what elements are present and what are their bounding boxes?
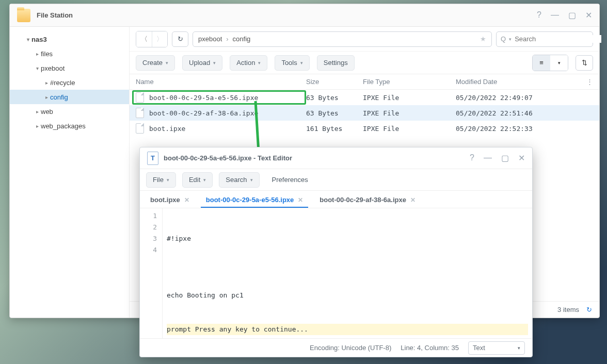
chevron-down-icon[interactable]: ▾ bbox=[509, 37, 512, 42]
tree-item-config[interactable]: ▸ config bbox=[10, 90, 129, 104]
help-icon[interactable]: ? bbox=[470, 153, 474, 163]
editor-tab[interactable]: boot-00-0c-29-5a-e5-56.ipxe ✕ bbox=[201, 193, 309, 208]
file-row[interactable]: boot.ipxe 161 Bytes IPXE File 05/20/2022… bbox=[130, 121, 599, 136]
maximize-icon[interactable]: ▢ bbox=[568, 10, 576, 20]
syntax-select[interactable]: Text ▾ bbox=[468, 341, 525, 355]
editor-tab[interactable]: boot.ipxe ✕ bbox=[145, 193, 195, 208]
cursor-position: Line: 4, Column: 35 bbox=[401, 344, 459, 352]
breadcrumb[interactable]: pxeboot › config ★ bbox=[193, 31, 492, 47]
text-editor-icon: T bbox=[147, 152, 158, 165]
tools-button[interactable]: Tools▾ bbox=[275, 55, 309, 71]
caret-right-icon: ▸ bbox=[35, 123, 40, 129]
upload-button[interactable]: Upload▾ bbox=[182, 55, 222, 71]
text-editor-titlebar[interactable]: T boot-00-0c-29-5a-e5-56.ipxe - Text Edi… bbox=[140, 147, 532, 169]
editor-tabs: boot.ipxe ✕ boot-00-0c-29-5a-e5-56.ipxe … bbox=[140, 191, 532, 208]
star-icon[interactable]: ★ bbox=[480, 35, 486, 43]
chevron-down-icon: ▾ bbox=[518, 345, 520, 351]
tab-close-icon[interactable]: ✕ bbox=[410, 196, 416, 204]
settings-button[interactable]: Settings bbox=[317, 55, 355, 71]
tab-close-icon[interactable]: ✕ bbox=[298, 196, 303, 204]
file-icon bbox=[136, 123, 144, 134]
edit-menu[interactable]: Edit▾ bbox=[182, 172, 213, 188]
close-icon[interactable]: ✕ bbox=[585, 10, 592, 20]
file-menu[interactable]: File▾ bbox=[146, 172, 176, 188]
editor-toolbar: File▾ Edit▾ Search▾ Preferences bbox=[140, 169, 532, 191]
chevron-right-icon: › bbox=[226, 35, 228, 43]
search-input[interactable] bbox=[515, 35, 601, 43]
action-toolbar: Create▾ Upload▾ Action▾ Tools▾ Settings … bbox=[130, 52, 599, 74]
code-editor[interactable]: 1234 #!ipxe echo Booting on pc1 prompt P… bbox=[140, 208, 532, 338]
folder-icon bbox=[17, 9, 30, 22]
item-count: 3 items bbox=[557, 306, 579, 313]
crumb-pxeboot[interactable]: pxeboot bbox=[198, 35, 222, 43]
line-gutter: 1234 bbox=[140, 208, 163, 338]
tree-item-pxeboot[interactable]: ▾ pxeboot bbox=[10, 61, 129, 75]
tree-item-web[interactable]: ▸ web bbox=[10, 104, 129, 119]
tree-item-files[interactable]: ▸ files bbox=[10, 46, 129, 61]
caret-down-icon: ▾ bbox=[35, 65, 40, 71]
caret-right-icon: ▸ bbox=[44, 94, 49, 100]
nav-forward-button[interactable]: 〉 bbox=[152, 31, 167, 47]
help-icon[interactable]: ? bbox=[537, 10, 541, 20]
list-view-button[interactable] bbox=[533, 55, 550, 71]
tree-item-web-packages[interactable]: ▸ web_packages bbox=[10, 119, 129, 133]
view-toggle-button[interactable]: ▾ bbox=[550, 55, 568, 71]
sort-button[interactable]: ⇅ bbox=[576, 55, 593, 71]
caret-right-icon: ▸ bbox=[44, 80, 49, 86]
col-name[interactable]: Name bbox=[136, 78, 306, 86]
preferences-button[interactable]: Preferences bbox=[266, 172, 314, 188]
file-row[interactable]: boot-00-0c-29-af-38-6a.ipxe 63 Bytes IPX… bbox=[130, 105, 599, 121]
text-editor-title: boot-00-0c-29-5a-e5-56.ipxe - Text Edito… bbox=[164, 154, 292, 162]
file-name-cell: boot.ipxe bbox=[136, 123, 306, 134]
file-station-titlebar[interactable]: File Station ? — ▢ ✕ bbox=[10, 4, 599, 27]
caret-down-icon: ▾ bbox=[25, 37, 30, 42]
caret-right-icon: ▸ bbox=[35, 51, 40, 57]
maximize-icon[interactable]: ▢ bbox=[501, 153, 509, 163]
search-box[interactable]: Q▾ bbox=[496, 31, 593, 47]
create-button[interactable]: Create▾ bbox=[136, 55, 175, 71]
tab-close-icon[interactable]: ✕ bbox=[184, 196, 189, 204]
editor-status-bar: Encoding: Unicode (UTF-8) Line: 4, Colum… bbox=[140, 338, 532, 357]
encoding-label: Encoding: Unicode (UTF-8) bbox=[310, 344, 391, 352]
tree-item-recycle[interactable]: ▸ #recycle bbox=[10, 75, 129, 90]
address-toolbar: 〈 〉 ↻ pxeboot › config ★ Q▾ bbox=[130, 27, 599, 52]
col-size[interactable]: Size bbox=[306, 78, 363, 86]
file-name-cell: boot-00-0c-29-af-38-6a.ipxe bbox=[136, 108, 306, 118]
column-menu-icon[interactable] bbox=[581, 78, 593, 86]
crumb-config[interactable]: config bbox=[233, 35, 251, 43]
file-icon bbox=[136, 92, 144, 103]
column-headers: Name Size File Type Modified Date bbox=[130, 74, 599, 90]
search-icon: Q bbox=[501, 35, 506, 43]
reload-button[interactable]: ↻ bbox=[172, 31, 188, 47]
search-menu[interactable]: Search▾ bbox=[219, 172, 259, 188]
text-editor-window: T boot-00-0c-29-5a-e5-56.ipxe - Text Edi… bbox=[139, 147, 533, 357]
window-title: File Station bbox=[37, 11, 73, 19]
minimize-icon[interactable]: — bbox=[551, 10, 559, 20]
col-modified[interactable]: Modified Date bbox=[456, 78, 581, 86]
action-button[interactable]: Action▾ bbox=[230, 55, 267, 71]
file-name-cell: boot-00-0c-29-5a-e5-56.ipxe bbox=[132, 90, 306, 105]
close-icon[interactable]: ✕ bbox=[518, 153, 525, 163]
file-row[interactable]: boot-00-0c-29-5a-e5-56.ipxe 63 Bytes IPX… bbox=[130, 90, 599, 105]
code-area[interactable]: #!ipxe echo Booting on pc1 prompt Press … bbox=[163, 208, 532, 338]
tree-item-nas3[interactable]: ▾ nas3 bbox=[10, 32, 129, 46]
folder-tree: ▾ nas3 ▸ files ▾ pxeboot ▸ #recycle ▸ co… bbox=[10, 27, 130, 318]
editor-tab[interactable]: boot-00-0c-29-af-38-6a.ipxe ✕ bbox=[314, 193, 421, 208]
col-type[interactable]: File Type bbox=[363, 78, 456, 86]
refresh-icon[interactable]: ↻ bbox=[586, 306, 592, 313]
nav-back-button[interactable]: 〈 bbox=[136, 31, 152, 47]
minimize-icon[interactable]: — bbox=[484, 153, 492, 163]
caret-right-icon: ▸ bbox=[35, 109, 40, 114]
file-icon bbox=[136, 108, 144, 118]
